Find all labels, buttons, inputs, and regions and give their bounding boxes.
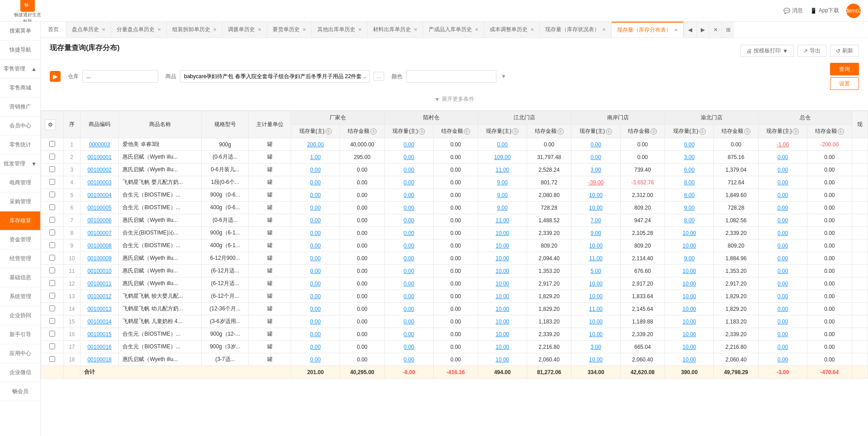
- row-jiangbei-qty[interactable]: 10.00: [478, 265, 527, 277]
- row-checkbox-cell[interactable]: [41, 328, 64, 341]
- row-yubei-qty[interactable]: 8.00: [665, 189, 714, 202]
- sidebar-item-retail-mgmt[interactable]: 零售管理 ▲: [0, 60, 40, 79]
- row-factory-qty[interactable]: 0.00: [291, 265, 340, 277]
- row-code[interactable]: 00100001: [80, 151, 119, 164]
- row-factory-qty[interactable]: 0.00: [291, 202, 340, 214]
- row-jiangbei-qty[interactable]: 9.00: [478, 202, 527, 214]
- row-code[interactable]: 0000003: [80, 138, 119, 151]
- row-code[interactable]: 00100003: [80, 176, 119, 189]
- row-factory-qty[interactable]: 0.00: [291, 315, 340, 328]
- sidebar-item-ecommerce[interactable]: 电商管理: [0, 173, 40, 192]
- row-total-qty[interactable]: 0.00: [758, 151, 807, 164]
- row-yubei-qty[interactable]: 10.00: [665, 290, 714, 303]
- tab-material-out[interactable]: 材料出库单历史 ✕: [368, 22, 423, 38]
- row-checkbox[interactable]: [49, 204, 55, 210]
- row-nanan-qty[interactable]: 11.00: [571, 252, 620, 265]
- row-village-qty[interactable]: 0.00: [384, 189, 433, 202]
- tab-assembly[interactable]: 组装拆卸单历史 ✕: [167, 22, 222, 38]
- row-village-qty[interactable]: 0.00: [384, 290, 433, 303]
- row-factory-qty[interactable]: 0.00: [291, 277, 340, 290]
- tab-nav-expand[interactable]: ⊞: [722, 22, 734, 38]
- row-village-qty[interactable]: 0.00: [384, 214, 433, 227]
- row-yubei-qty[interactable]: 10.00: [665, 315, 714, 328]
- tab-close-product-in[interactable]: ✕: [475, 27, 478, 32]
- row-yubei-qty[interactable]: 8.00: [665, 214, 714, 227]
- row-jiangbei-qty[interactable]: 10.00: [478, 290, 527, 303]
- row-yubei-qty[interactable]: 6.00: [665, 164, 714, 176]
- row-code[interactable]: 00100013: [80, 303, 119, 315]
- sidebar-item-app-center[interactable]: 应用中心: [0, 344, 40, 363]
- tab-other-out[interactable]: 其他出库单历史 ✕: [312, 22, 368, 38]
- row-jiangbei-qty[interactable]: 10.00: [478, 277, 527, 290]
- row-total-qty[interactable]: 0.00: [758, 315, 807, 328]
- row-total-qty[interactable]: 0.00: [758, 353, 807, 366]
- row-jiangbei-qty[interactable]: 10.00: [478, 328, 527, 341]
- row-village-qty[interactable]: 0.00: [384, 341, 433, 353]
- row-jiangbei-qty[interactable]: 10.00: [478, 303, 527, 315]
- sidebar-item-finance[interactable]: 资金管理: [0, 230, 40, 249]
- row-checkbox-cell[interactable]: [41, 252, 64, 265]
- row-checkbox[interactable]: [49, 242, 55, 248]
- row-village-qty[interactable]: 0.00: [384, 239, 433, 252]
- row-checkbox-cell[interactable]: [41, 189, 64, 202]
- row-checkbox-cell[interactable]: [41, 239, 64, 252]
- row-factory-qty[interactable]: 0.00: [291, 341, 340, 353]
- row-nanan-qty[interactable]: 10.00: [571, 239, 620, 252]
- sidebar-item-retail-mall[interactable]: 零售商城: [0, 79, 40, 98]
- nanan-qty-info[interactable]: ①: [606, 128, 612, 135]
- tab-current-stock[interactable]: 现存量（库存状况表） ✕: [540, 22, 612, 38]
- row-checkbox[interactable]: [49, 318, 55, 324]
- row-code[interactable]: 00100012: [80, 290, 119, 303]
- row-nanan-qty[interactable]: 10.00: [571, 353, 620, 366]
- expand-filter-btn[interactable]: ▶: [50, 71, 61, 82]
- row-code[interactable]: 00100018: [80, 353, 119, 366]
- row-village-qty[interactable]: 0.00: [384, 353, 433, 366]
- row-jiangbei-qty[interactable]: 10.00: [478, 315, 527, 328]
- row-code[interactable]: 00100009: [80, 252, 119, 265]
- row-checkbox-cell[interactable]: [41, 227, 64, 239]
- goods-more-btn[interactable]: ...: [373, 72, 384, 81]
- row-yubei-qty[interactable]: 10.00: [665, 277, 714, 290]
- row-nanan-qty[interactable]: 10.00: [571, 290, 620, 303]
- tab-nav-prev[interactable]: ◀: [684, 22, 696, 38]
- row-code[interactable]: 00100015: [80, 328, 119, 341]
- jiangbei-qty-info[interactable]: ①: [512, 128, 519, 135]
- row-jiangbei-qty[interactable]: 10.00: [478, 239, 527, 252]
- row-checkbox-cell[interactable]: [41, 202, 64, 214]
- total-qty-info[interactable]: ①: [793, 128, 799, 135]
- row-checkbox-cell[interactable]: [41, 151, 64, 164]
- settings-icon[interactable]: ⚙: [45, 119, 56, 130]
- row-nanan-qty[interactable]: 10.00: [571, 277, 620, 290]
- nanan-amt-info[interactable]: ①: [651, 128, 657, 135]
- row-checkbox-cell[interactable]: [41, 176, 64, 189]
- tab-sub-inventory-count[interactable]: 分量盘点单历史 ✕: [111, 22, 167, 38]
- tab-close-requisition[interactable]: ✕: [302, 27, 306, 32]
- village-amt-info[interactable]: ①: [464, 128, 470, 135]
- row-checkbox[interactable]: [49, 305, 55, 311]
- row-nanan-qty[interactable]: 10.00: [571, 315, 620, 328]
- row-code[interactable]: 00100008: [80, 239, 119, 252]
- avatar[interactable]: demo2: [846, 4, 861, 18]
- row-nanan-qty[interactable]: -39.00: [571, 176, 620, 189]
- row-village-qty[interactable]: 0.00: [384, 303, 433, 315]
- row-factory-qty[interactable]: 0.00: [291, 353, 340, 366]
- sidebar-item-operations[interactable]: 经营管理: [0, 249, 40, 268]
- factory-amt-info[interactable]: ①: [370, 128, 377, 135]
- row-nanan-qty[interactable]: 5.00: [571, 265, 620, 277]
- row-factory-qty[interactable]: 0.00: [291, 164, 340, 176]
- row-village-qty[interactable]: 0.00: [384, 252, 433, 265]
- row-nanan-qty[interactable]: 10.00: [571, 328, 620, 341]
- row-village-qty[interactable]: 0.00: [384, 164, 433, 176]
- row-total-qty[interactable]: 0.00: [758, 176, 807, 189]
- row-jiangbei-qty[interactable]: 11.00: [478, 164, 527, 176]
- tab-close-stock-dist[interactable]: ✕: [674, 28, 678, 33]
- refresh-btn[interactable]: ↺ 刷新: [830, 45, 859, 57]
- row-factory-qty[interactable]: 0.00: [291, 227, 340, 239]
- row-nanan-qty[interactable]: 0.00: [571, 151, 620, 164]
- row-code[interactable]: 00100014: [80, 315, 119, 328]
- row-yubei-qty[interactable]: 10.00: [665, 341, 714, 353]
- setting-btn[interactable]: 设置: [830, 77, 859, 90]
- row-checkbox-cell[interactable]: [41, 138, 64, 151]
- row-yubei-qty[interactable]: 10.00: [665, 265, 714, 277]
- tab-transfer[interactable]: 调拨单历史 ✕: [222, 22, 267, 38]
